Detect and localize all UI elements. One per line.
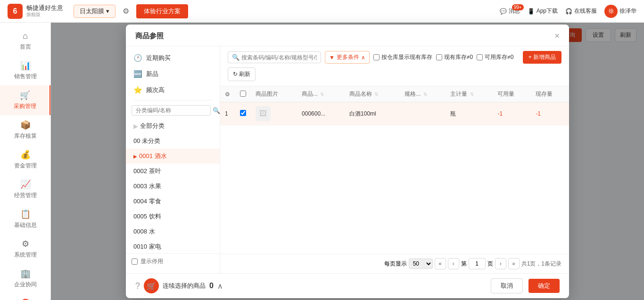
th-stock: 现存量 [531,86,569,102]
settings-icon[interactable]: ⚙ [119,5,132,18]
star-icon: ⭐ [133,86,142,94]
dropdown-arrow-icon: ▾ [106,8,109,15]
sidebar-item-enterprise[interactable]: 🏢 企业协同 [0,264,50,293]
page-size-select[interactable]: 20 50 100 [409,258,433,269]
modal-header: 商品参照 × [126,25,569,46]
tab-new-items[interactable]: 🆕 新品 [126,66,220,82]
message-icon: 💬 [500,8,507,15]
sidebar-label-enterprise: 企业协同 [14,281,37,289]
product-table: ⚙ 商品图片 商品... ⇅ 商品名称 [220,86,569,125]
sidebar-item-purchase[interactable]: 🛒 采购管理 [0,85,50,115]
checkbox-warehouse[interactable]: 按仓库显示现有库存 [373,53,432,61]
category-item-all[interactable]: ▶ 全部分类 [126,118,220,133]
available-label: 现有库存≠0 [444,53,473,61]
category-item-0002[interactable]: 0002 茶叶 [126,164,220,179]
show-disabled-text: 显示停用 [140,258,163,266]
collapse-icon[interactable]: ∧ [217,282,223,291]
th-code[interactable]: 商品... ⇅ [297,86,345,102]
top-nav: 6 畅捷通好生意 旗舰版 日太阳膜 ▾ ⚙ 体验行业方案 💬 消息 99+ 📱 … [0,0,644,23]
show-disabled-checkbox[interactable] [132,258,138,265]
category-item-0003[interactable]: 0003 水果 [126,179,220,194]
th-settings[interactable]: ⚙ [220,86,235,102]
checkbox-available[interactable]: 现有库存≠0 [436,53,473,61]
checkbox-usable[interactable]: 可用库存≠0 [477,53,513,61]
page-number-input[interactable] [469,258,486,269]
modal-close-btn[interactable]: × [554,31,560,41]
filter-chevron-icon: ∧ [361,54,365,61]
sidebar-item-finance[interactable]: 💰 资金管理 [0,145,50,175]
warehouse-checkbox[interactable] [373,54,380,60]
category-list: ▶ 全部分类 00 未分类 ▶ 0001 酒水 0002 茶 [126,118,220,253]
mobile-icon: 📱 [528,8,535,15]
divider [133,100,212,100]
help-icon[interactable]: ? [135,281,140,291]
sidebar-label-sales: 销售管理 [14,73,37,81]
select-all-checkbox[interactable] [240,91,246,97]
system-icon: ⚙ [22,239,29,249]
sales-icon: 📊 [20,60,31,71]
logo-title: 畅捷通好生意 [26,4,63,12]
cell-no: 1 [220,102,235,125]
search-bar-icon: 🔍 [232,54,239,61]
th-unit[interactable]: 主计量 ⇅ [446,86,493,102]
clock-icon: 🕐 [133,54,142,62]
sort-unit-icon: ⇅ [470,92,474,97]
category-label-0010: 0010 家电 [133,242,161,251]
prev-page-btn[interactable]: ‹ [448,258,459,269]
sidebar-item-inventory[interactable]: 📦 库存核算 [0,115,50,145]
show-disabled-label[interactable]: 显示停用 [132,258,214,266]
category-item-0010[interactable]: 0010 家电 [126,239,220,253]
table-row[interactable]: 1 🖼 000600... 白酒100ml [220,102,569,125]
first-page-btn[interactable]: « [435,258,446,269]
category-item-0008[interactable]: 0008 水 [126,224,220,239]
category-search-input[interactable] [132,105,211,116]
category-item-0005[interactable]: 0005 饮料 [126,209,220,224]
cell-checkbox[interactable] [235,102,251,125]
inventory-icon: 📦 [20,120,31,130]
main-layout: ⌂ 首页 📊 销售管理 🛒 采购管理 📦 库存核算 💰 资金管理 📈 经营管理 … [0,23,644,300]
sidebar-item-guide[interactable]: 🎯 新手引导 [0,293,50,300]
tab-frequent[interactable]: ⭐ 频次高 [126,82,220,98]
add-product-btn[interactable]: + 新增商品 [523,51,561,64]
sidebar-label-basic: 基础信息 [14,221,37,229]
cart-icon-btn[interactable]: 🛒 [144,278,159,293]
finance-icon: 💰 [20,150,31,160]
cancel-btn[interactable]: 取消 [491,278,523,293]
product-search-input[interactable] [241,54,317,61]
th-spec[interactable]: 规格... ⇅ [400,86,446,102]
tab-recent-buy[interactable]: 🕐 近期购买 [126,50,220,66]
online-service-btn[interactable]: 🎧 在线客服 [565,7,597,15]
user-name: 徐泽华 [619,7,636,15]
app-download-btn[interactable]: 📱 App下载 [528,7,558,15]
sidebar-item-sales[interactable]: 📊 销售管理 [0,56,50,85]
experience-btn[interactable]: 体验行业方案 [136,4,188,18]
category-item-0001[interactable]: ▶ 0001 酒水 [126,149,220,164]
last-page-btn[interactable]: » [508,258,520,269]
nav-dropdown[interactable]: 日太阳膜 ▾ [74,5,116,18]
available-checkbox[interactable] [436,54,442,60]
sidebar-item-home[interactable]: ⌂ 首页 [0,26,50,56]
left-tabs: 🕐 近期购买 🆕 新品 ⭐ 频次高 [126,50,220,98]
user-area[interactable]: 徐 徐泽华 [604,5,636,18]
cart-icon: 🛒 [147,282,156,291]
sidebar-item-system[interactable]: ⚙ 系统管理 [0,234,50,264]
th-checkbox[interactable] [235,86,251,102]
usable-checkbox[interactable] [477,54,483,60]
messages-btn[interactable]: 💬 消息 99+ [500,7,520,15]
row-checkbox[interactable] [240,110,246,116]
usable-label: 可用库存≠0 [485,53,513,61]
sidebar-item-basic[interactable]: 📋 基础信息 [0,204,50,234]
next-page-btn[interactable]: › [495,258,506,269]
filter-btn[interactable]: ▼ 更多条件 ∧ [325,51,370,64]
category-label-0005: 0005 饮料 [133,212,161,221]
th-name[interactable]: 商品名称 ⇅ [345,86,400,102]
cell-available: -1 [493,102,531,125]
sidebar-label-purchase: 采购管理 [14,102,36,110]
sidebar-item-operations[interactable]: 📈 经营管理 [0,175,50,204]
search-icon[interactable]: 🔍 [213,107,220,114]
confirm-btn[interactable]: 确定 [528,279,560,293]
refresh-table-btn[interactable]: ↻ 刷新 [228,67,256,81]
new-icon: 🆕 [133,70,142,78]
category-item-0004[interactable]: 0004 零食 [126,194,220,209]
category-item-00[interactable]: 00 未分类 [126,133,220,149]
